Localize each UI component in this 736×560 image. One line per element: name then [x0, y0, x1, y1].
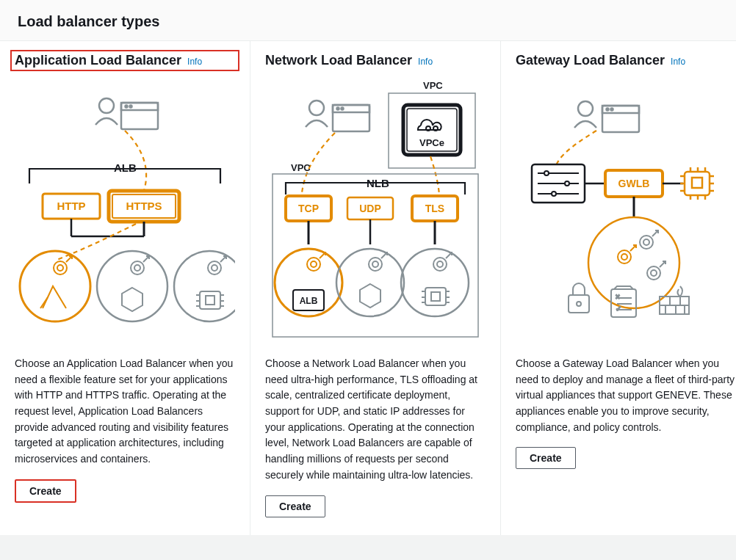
gwlb-diagram: GWLB	[516, 79, 736, 343]
svg-point-54	[369, 258, 382, 271]
svg-point-20	[208, 261, 221, 274]
alb-proto-https: HTTPS	[126, 200, 162, 212]
svg-text:✓: ✓	[616, 305, 621, 313]
svg-point-31	[309, 101, 324, 115]
nlb-proto-tcp: TCP	[298, 203, 319, 214]
svg-point-4	[130, 106, 132, 108]
hexagon-icon	[122, 288, 142, 311]
svg-point-3	[126, 106, 128, 108]
lambda-icon	[40, 286, 66, 308]
svg-line-105	[630, 245, 636, 251]
svg-rect-85	[692, 178, 702, 188]
svg-point-35	[342, 108, 344, 110]
alb-proto-http: HTTP	[57, 200, 85, 212]
svg-text:×: ×	[616, 293, 620, 301]
card-gwlb: Gateway Load Balancer Info	[501, 41, 736, 535]
gwlb-info-link[interactable]: Info	[671, 57, 685, 67]
svg-rect-109	[569, 295, 589, 313]
svg-point-72	[607, 109, 609, 111]
chip-icon	[422, 288, 450, 305]
hexagon-icon	[360, 284, 380, 308]
svg-point-69	[578, 101, 593, 116]
card-nlb: Network Load Balancer Info	[250, 41, 501, 535]
svg-point-17	[134, 265, 140, 271]
nlb-vpc-label-2: VPC	[291, 162, 311, 173]
nlb-diagram: VPC VPCe VPC	[265, 79, 486, 343]
svg-point-100	[640, 236, 653, 249]
nlb-vpce-label: VPCe	[419, 137, 444, 148]
svg-point-103	[618, 250, 631, 263]
nlb-info-link[interactable]: Info	[418, 57, 433, 67]
nlb-desc: Choose a Network Load Balancer when you …	[265, 356, 486, 484]
svg-point-21	[212, 265, 217, 271]
nlb-proto-udp: UDP	[359, 203, 381, 214]
nlb-target-alb-label: ALB	[300, 296, 318, 306]
svg-line-108	[660, 261, 665, 267]
svg-line-51	[320, 252, 325, 258]
svg-point-53	[336, 249, 404, 316]
page: Load balancer types Application Load Bal…	[0, 0, 736, 535]
svg-point-107	[651, 270, 657, 276]
gwlb-title: Gateway Load Balancer	[516, 53, 665, 68]
svg-line-102	[652, 230, 658, 236]
svg-point-11	[20, 251, 90, 321]
svg-rect-23	[200, 291, 220, 309]
alb-lb-label: ALB	[114, 161, 137, 174]
chip-icon	[196, 291, 224, 309]
alb-diagram: ALB HTTP HTTPS	[15, 79, 235, 343]
svg-point-0	[99, 98, 114, 113]
svg-point-110	[577, 302, 581, 306]
svg-point-57	[401, 249, 469, 316]
svg-point-76	[544, 171, 549, 175]
svg-line-56	[381, 252, 387, 258]
svg-rect-62	[431, 292, 440, 301]
svg-line-22	[220, 256, 226, 262]
alb-title-highlight: Application Load Balancer Info	[10, 50, 239, 71]
svg-point-49	[307, 258, 320, 271]
nlb-vpc-label-1: VPC	[423, 80, 443, 91]
gwlb-desc: Choose a Gateway Load Balancer when you …	[516, 356, 736, 435]
svg-point-78	[565, 181, 569, 186]
svg-point-13	[57, 265, 63, 271]
header: Load balancer types	[0, 0, 736, 41]
target-icon	[131, 256, 149, 274]
nlb-lb-label: NLB	[367, 177, 389, 189]
svg-point-12	[54, 261, 67, 274]
chip-icon	[680, 167, 714, 200]
svg-line-60	[446, 252, 452, 258]
svg-point-58	[433, 258, 447, 271]
svg-point-104	[621, 254, 627, 260]
target-icon	[54, 256, 72, 274]
svg-point-106	[647, 266, 660, 280]
gwlb-lb-label: GWLB	[618, 178, 650, 189]
svg-point-59	[437, 261, 443, 267]
svg-line-18	[143, 256, 149, 262]
nlb-proto-tls: TLS	[425, 203, 444, 214]
page-title: Load balancer types	[18, 13, 718, 30]
nlb-create-button[interactable]: Create	[265, 495, 325, 517]
svg-point-80	[552, 192, 556, 196]
svg-point-101	[643, 239, 649, 245]
alb-title: Application Load Balancer	[15, 53, 181, 68]
alb-desc: Choose an Application Load Balancer when…	[15, 356, 235, 468]
svg-point-50	[311, 261, 317, 267]
svg-rect-24	[206, 296, 214, 305]
card-alb: Application Load Balancer Info	[0, 41, 250, 535]
svg-point-19	[174, 251, 235, 321]
alb-create-button[interactable]: Create	[15, 479, 76, 503]
nlb-title: Network Load Balancer	[265, 53, 412, 68]
svg-point-55	[372, 261, 378, 267]
alb-info-link[interactable]: Info	[187, 57, 202, 67]
cards-container: Application Load Balancer Info	[0, 41, 736, 535]
svg-point-16	[131, 261, 144, 274]
firewall-icon	[660, 286, 689, 314]
lock-icon	[569, 283, 589, 313]
gwlb-create-button[interactable]: Create	[516, 447, 576, 469]
svg-rect-84	[685, 172, 710, 195]
svg-point-34	[337, 108, 339, 110]
target-icon	[208, 256, 226, 274]
svg-rect-61	[425, 288, 446, 305]
svg-point-73	[611, 109, 613, 111]
checklist-icon: × ✓	[611, 286, 636, 317]
svg-line-14	[66, 256, 72, 262]
